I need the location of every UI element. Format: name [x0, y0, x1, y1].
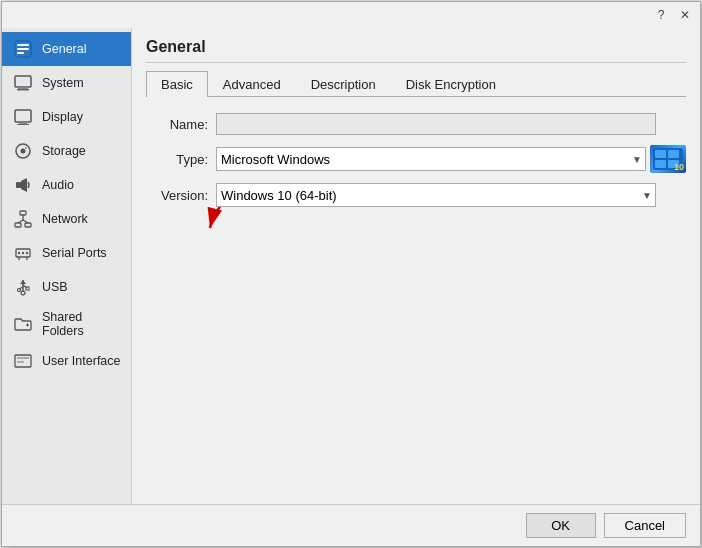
- name-input[interactable]: [216, 113, 656, 135]
- tab-advanced[interactable]: Advanced: [208, 71, 296, 97]
- title-bar: ? ✕: [2, 2, 700, 28]
- general-icon: [12, 38, 34, 60]
- type-select-wrapper: Microsoft Windows Linux macOS Other ▼: [216, 147, 646, 171]
- sidebar-item-user-interface-label: User Interface: [42, 354, 121, 368]
- sidebar-item-storage-label: Storage: [42, 144, 86, 158]
- version-row: Version: Windows 10 (64-bit) Windows 10 …: [146, 183, 686, 207]
- usb-icon: [12, 276, 34, 298]
- svg-rect-3: [17, 52, 24, 54]
- svg-point-32: [18, 289, 21, 292]
- main-panel: General Basic Advanced Description Disk …: [132, 28, 700, 504]
- svg-rect-4: [15, 76, 31, 87]
- svg-rect-42: [668, 150, 679, 158]
- sidebar-item-serial-ports-label: Serial Ports: [42, 246, 107, 260]
- version-select[interactable]: Windows 10 (64-bit) Windows 10 (32-bit) …: [216, 183, 656, 207]
- os-version-num: 10: [674, 162, 684, 172]
- svg-rect-15: [20, 211, 26, 215]
- storage-icon: [12, 140, 34, 162]
- sidebar: General System: [2, 28, 132, 504]
- sidebar-item-serial-ports[interactable]: Serial Ports: [2, 236, 131, 270]
- svg-rect-30: [26, 287, 29, 290]
- svg-rect-37: [17, 357, 29, 359]
- svg-point-11: [21, 149, 26, 154]
- svg-rect-6: [17, 89, 29, 91]
- svg-point-23: [22, 252, 24, 254]
- svg-rect-13: [16, 182, 21, 188]
- sidebar-item-general-label: General: [42, 42, 86, 56]
- svg-rect-9: [17, 124, 29, 125]
- sidebar-item-audio[interactable]: Audio: [2, 168, 131, 202]
- user-interface-icon: [12, 350, 34, 372]
- version-label: Version:: [146, 188, 216, 203]
- svg-rect-7: [15, 110, 31, 122]
- sidebar-item-system-label: System: [42, 76, 84, 90]
- type-select[interactable]: Microsoft Windows Linux macOS Other: [216, 147, 646, 171]
- svg-point-22: [18, 252, 20, 254]
- svg-marker-14: [21, 178, 27, 192]
- tab-disk-encryption[interactable]: Disk Encryption: [391, 71, 511, 97]
- close-button[interactable]: ✕: [676, 6, 694, 24]
- sidebar-item-display-label: Display: [42, 110, 83, 124]
- display-icon: [12, 106, 34, 128]
- type-row: Type: Microsoft Windows Linux macOS Othe…: [146, 145, 686, 173]
- svg-rect-1: [17, 44, 29, 46]
- tab-basic[interactable]: Basic: [146, 71, 208, 97]
- type-label: Type:: [146, 152, 216, 167]
- system-icon: [12, 72, 34, 94]
- svg-rect-5: [18, 87, 28, 89]
- cancel-button[interactable]: Cancel: [604, 513, 686, 538]
- sidebar-item-shared-folders[interactable]: Shared Folders: [2, 304, 131, 344]
- dialog-footer: OK Cancel: [2, 504, 700, 546]
- dialog-body: General System: [2, 28, 700, 504]
- svg-rect-17: [25, 223, 31, 227]
- svg-rect-8: [19, 122, 27, 124]
- shared-folders-icon: [12, 313, 34, 335]
- version-select-wrapper: Windows 10 (64-bit) Windows 10 (32-bit) …: [216, 183, 656, 207]
- name-row: Name:: [146, 113, 686, 135]
- os-icon: 10: [650, 145, 686, 173]
- svg-rect-41: [655, 150, 666, 158]
- sidebar-item-general[interactable]: General: [2, 32, 131, 66]
- svg-rect-38: [17, 361, 24, 363]
- sidebar-item-shared-folders-label: Shared Folders: [42, 310, 121, 338]
- sidebar-item-usb[interactable]: USB: [2, 270, 131, 304]
- tab-description[interactable]: Description: [296, 71, 391, 97]
- sidebar-item-system[interactable]: System: [2, 66, 131, 100]
- sidebar-item-display[interactable]: Display: [2, 100, 131, 134]
- audio-icon: [12, 174, 34, 196]
- svg-marker-28: [20, 280, 26, 284]
- dialog-window: ? ✕ General: [1, 1, 701, 547]
- sidebar-item-user-interface[interactable]: User Interface: [2, 344, 131, 378]
- svg-point-24: [26, 252, 28, 254]
- sidebar-item-network-label: Network: [42, 212, 88, 226]
- sidebar-item-network[interactable]: Network: [2, 202, 131, 236]
- svg-rect-43: [655, 160, 666, 168]
- sidebar-item-audio-label: Audio: [42, 178, 74, 192]
- svg-rect-2: [17, 48, 29, 50]
- help-button[interactable]: ?: [652, 6, 670, 24]
- svg-rect-16: [15, 223, 21, 227]
- section-title: General: [146, 38, 686, 63]
- sidebar-item-storage[interactable]: Storage: [2, 134, 131, 168]
- sidebar-item-usb-label: USB: [42, 280, 68, 294]
- tabs-bar: Basic Advanced Description Disk Encrypti…: [146, 71, 686, 97]
- serial-ports-icon: [12, 242, 34, 264]
- name-label: Name:: [146, 117, 216, 132]
- network-icon: [12, 208, 34, 230]
- svg-point-12: [25, 147, 27, 149]
- svg-point-33: [21, 291, 25, 295]
- ok-button[interactable]: OK: [526, 513, 596, 538]
